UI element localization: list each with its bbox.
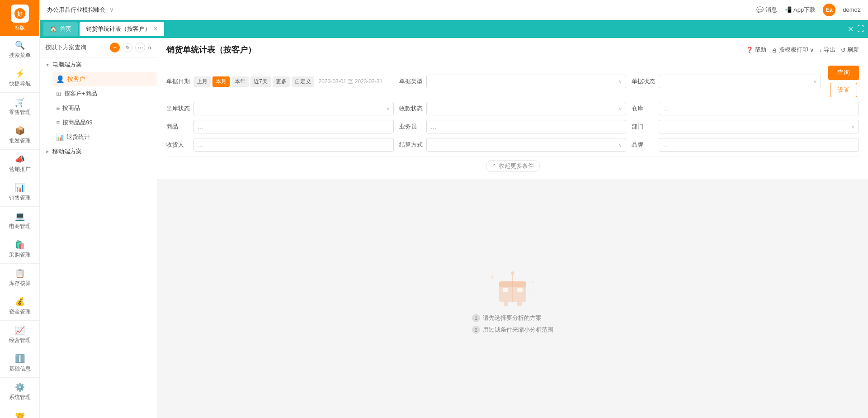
scheme-label: 退货统计 [66,133,90,141]
delete-scheme-btn[interactable]: ⋯ [135,43,145,52]
sidebar-item-label: 批发管理 [9,137,31,145]
system-icon: ⚙️ [15,382,25,392]
empty-hint-2: 2 用过滤条件来缩小分析范围 [472,326,553,334]
payment-input[interactable]: ∨ [426,138,627,152]
export-btn[interactable]: ↓ 导出 [820,46,836,54]
sidebar-item-enterprise[interactable]: 🤝 企业协同 [0,406,39,418]
sidebar-item-inventory[interactable]: 📋 库存核算 [0,264,39,292]
base-info-icon: ℹ️ [15,354,25,364]
out-status-input[interactable]: ∨ [193,102,394,115]
scheme-by-customer[interactable]: 👤 按客户 [52,72,157,86]
sidebar-item-label: 采购管理 [9,251,31,259]
sidebar-item-finance[interactable]: 💰 资金管理 [0,292,39,321]
more-btn[interactable]: 更多 [273,76,290,87]
sidebar-item-quick-nav[interactable]: ⚡ 快捷导航 [0,64,39,93]
warehouse-input[interactable]: … [659,102,859,115]
cur-year-btn[interactable]: 本年 [231,76,249,87]
receiver-input[interactable]: … [193,138,394,152]
tab-sales-stats[interactable]: 销货单统计表（按客户） ✕ [80,22,164,36]
user-avatar[interactable]: Ea [823,4,835,16]
edit-icon: ✎ [125,44,130,51]
add-scheme-btn[interactable]: + [110,43,120,52]
print-icon: 🖨 [772,47,778,53]
empty-state: ✦ ✦ ✦ 1 请先选择要分析的方案 2 用过滤条件来缩小分析范围 [472,263,553,334]
query-btn[interactable]: 查询 [828,66,859,80]
sidebar-item-ecommerce[interactable]: 💻 电商管理 [0,207,39,235]
top-header-right: 💬 消息 📲 App下载 Ea demo2 [756,4,861,16]
left-panel-header: 按以下方案查询 + ✎ ⋯ « [40,38,157,57]
last-7-btn[interactable]: 近7天 [250,76,271,87]
settings-btn[interactable]: 设置 [830,83,857,97]
receipt-status-input[interactable]: ∨ [426,102,627,115]
filter-row-2: 出库状态 ∨ 收款状态 ∨ 仓库 [166,102,859,115]
filter-row-4: 收货人 … 结算方式 ∨ 品牌 [166,138,859,152]
sidebar-item-wholesale[interactable]: 📦 批发管理 [0,121,39,150]
edit-scheme-btn[interactable]: ✎ [123,43,132,52]
department-input[interactable]: ∨ [659,120,859,133]
custom-btn[interactable]: 自定义 [292,76,314,87]
collapse-more-btn[interactable]: ⌃ 收起更多条件 [486,160,540,172]
finance-icon: 💰 [15,297,25,307]
sidebar-item-marketing[interactable]: 📣 营销推广 [0,150,39,178]
template-print-btn[interactable]: 🖨 按模板打印 ∨ [772,46,814,54]
sidebar-item-label: 库存核算 [9,280,31,287]
doc-status-input[interactable]: ∨ [659,75,821,88]
app-download-btn[interactable]: 📲 App下载 [784,6,816,14]
out-status-arrow-icon: ∨ [386,106,390,112]
marketing-icon: 📣 [15,154,25,164]
product-filter-item: 商品 … [166,120,394,133]
list2-icon: ≡ [56,119,60,126]
desktop-schemes-header[interactable]: ▼ 电脑端方案 [45,57,157,72]
empty-state-illustration: ✦ ✦ ✦ [486,263,540,309]
refresh-btn[interactable]: ↺ 刷新 [841,46,859,54]
scheme-by-product[interactable]: ≡ 按商品 [52,101,157,115]
sidebar-item-operations[interactable]: 📈 经营管理 [0,321,39,349]
scheme-by-product-99[interactable]: ≡ 按商品品99 [52,115,157,130]
sidebar: 好 标版 🔍 搜索菜单 ⚡ 快捷导航 🛒 零售管理 📦 批发管理 📣 营销推广 … [0,0,40,418]
sidebar-item-search-menu[interactable]: 🔍 搜索菜单 [0,36,39,64]
grid-icon: ⊞ [56,90,61,97]
cur-month-btn[interactable]: 本月 [212,76,230,87]
salesperson-input[interactable]: … [426,120,627,133]
prev-month-btn[interactable]: 上月 [193,76,211,87]
product-input[interactable]: … [193,120,394,133]
tab-close-window-btn[interactable]: ✕ [848,25,854,33]
sidebar-item-label: 基础信息 [9,365,31,373]
receiver-label: 收货人 [166,141,190,149]
tab-home-label: 首页 [60,25,71,33]
out-status-label: 出库状态 [166,104,190,113]
date-range-text: 2023-03-01 至 2023-03-31 [319,78,382,86]
tab-close-icon[interactable]: ✕ [153,26,158,32]
svg-text:✦: ✦ [531,280,534,285]
refresh-icon: ↺ [841,47,846,53]
sidebar-item-sales[interactable]: 📊 销售管理 [0,178,39,207]
message-btn[interactable]: 💬 消息 [756,6,777,14]
brand-input[interactable]: … [659,138,859,152]
scheme-by-customer-product[interactable]: ⊞ 按客户+商品 [52,86,157,101]
person-icon: 👤 [56,75,65,83]
message-label: 消息 [765,6,777,14]
receipt-status-label: 收款状态 [399,104,423,113]
content-area: 按以下方案查询 + ✎ ⋯ « ▼ 电 [40,38,868,418]
tab-home[interactable]: 🏠 首页 [43,22,78,36]
sidebar-item-label: 快捷导航 [9,80,31,88]
sidebar-item-retail[interactable]: 🛒 零售管理 [0,93,39,121]
tab-expand-btn[interactable]: ⛶ [857,25,864,33]
product-label: 商品 [166,123,190,131]
scheme-label: 按商品 [62,104,80,112]
doc-type-input[interactable]: ∨ [426,75,627,88]
mobile-schemes-header[interactable]: ▼ 移动端方案 [45,144,157,159]
page-title: 销货单统计表（按客户） [166,44,256,55]
doc-status-arrow-icon: ∨ [813,79,817,85]
sidebar-item-purchase[interactable]: 🛍️ 采购管理 [0,235,39,264]
sidebar-item-system[interactable]: ⚙️ 系统管理 [0,378,39,406]
sidebar-item-base-info[interactable]: ℹ️ 基础信息 [0,349,39,378]
collapse-panel-btn[interactable]: « [148,44,151,51]
doc-type-filter-item: 单据类型 ∨ [399,75,627,88]
expand-arrow-icon: ▼ [45,62,50,67]
warehouse-label: 仓库 [632,104,655,113]
app-download-icon: 📲 [784,6,792,13]
help-btn[interactable]: ❓ 帮助 [746,46,766,54]
scheme-return-stats[interactable]: 📊 退货统计 [52,130,157,144]
date-filter-controls: 上月 本月 本年 近7天 更多 自定义 2023-03-01 至 2023-03… [193,76,382,87]
